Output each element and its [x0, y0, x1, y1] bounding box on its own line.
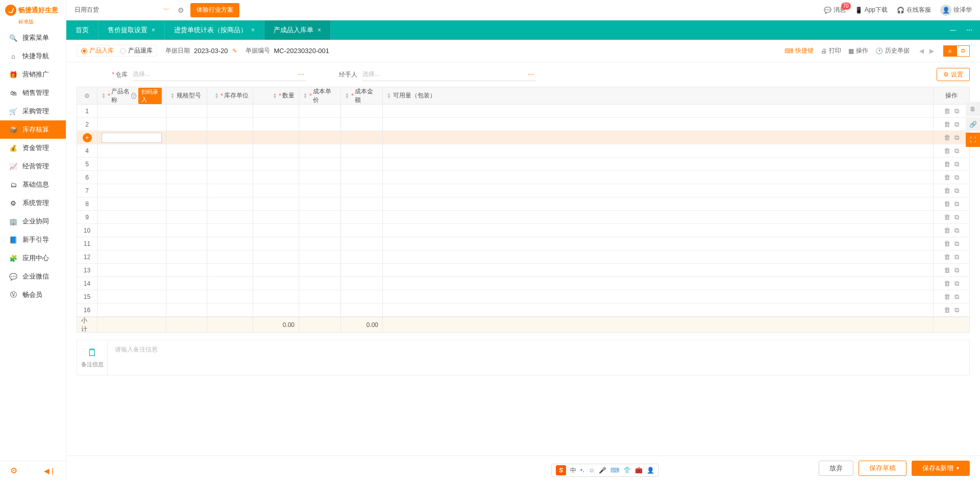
tabs-menu-button[interactable]: ⋯ — [962, 20, 977, 40]
col-unit[interactable]: ▲▼*库存单位 — [207, 87, 253, 104]
warehouse-select[interactable]: 选择... ⋯ — [133, 68, 306, 81]
cell-product-name[interactable] — [97, 197, 166, 210]
table-row[interactable]: 8🗑⧉ — [77, 197, 969, 211]
delete-row-icon[interactable]: 🗑 — [944, 293, 950, 301]
cell-qty[interactable] — [253, 105, 299, 117]
cell-spec[interactable] — [166, 211, 207, 223]
cell-product-name[interactable] — [97, 184, 166, 197]
cell-unit[interactable] — [207, 158, 253, 170]
ellipsis-icon[interactable]: ⋯ — [528, 71, 534, 78]
cell-spec[interactable] — [166, 184, 207, 197]
cell-unit[interactable] — [207, 144, 253, 157]
next-doc-button[interactable]: ▶ — [927, 45, 936, 57]
cell-qty[interactable] — [253, 211, 299, 223]
cell-amount[interactable] — [341, 224, 383, 237]
cell-qty[interactable] — [253, 250, 299, 263]
messages-link[interactable]: 💬 消息 70 — [824, 6, 846, 14]
float-doc-icon[interactable]: 🗎 — [966, 102, 980, 116]
cell-amount[interactable] — [341, 171, 383, 184]
delete-row-icon[interactable]: 🗑 — [944, 107, 950, 115]
close-icon[interactable]: × — [317, 27, 321, 34]
cell-price[interactable] — [299, 131, 341, 144]
cell-price[interactable] — [299, 224, 341, 237]
cell-product-name[interactable] — [97, 158, 166, 170]
cell-price[interactable] — [299, 105, 341, 117]
copy-row-icon[interactable]: ⧉ — [954, 266, 959, 274]
delete-row-icon[interactable]: 🗑 — [944, 240, 950, 248]
copy-row-icon[interactable]: ⧉ — [954, 120, 959, 129]
table-row[interactable]: 9🗑⧉ — [77, 211, 969, 224]
cell-product-name[interactable] — [97, 304, 166, 316]
cell-qty[interactable] — [253, 224, 299, 237]
delete-row-icon[interactable]: 🗑 — [944, 134, 950, 142]
table-row[interactable]: 14🗑⧉ — [77, 277, 969, 290]
table-row[interactable]: 2🗑⧉ — [77, 118, 969, 131]
cell-amount[interactable] — [341, 250, 383, 263]
cell-spec[interactable] — [166, 171, 207, 184]
cell-product-name[interactable] — [97, 237, 166, 250]
discard-button[interactable]: 放弃 — [819, 461, 853, 476]
operate-link[interactable]: ▦ 操作 — [848, 46, 868, 55]
copy-row-icon[interactable]: ⧉ — [954, 134, 959, 142]
cell-price[interactable] — [299, 171, 341, 184]
cell-price[interactable] — [299, 197, 341, 210]
gear-icon[interactable]: ⚙ — [178, 6, 184, 14]
copy-row-icon[interactable]: ⧉ — [954, 293, 959, 301]
cell-spec[interactable] — [166, 304, 207, 316]
add-row-icon[interactable]: + — [83, 133, 92, 142]
view-card-button[interactable]: ⧉ — [957, 45, 970, 57]
copy-row-icon[interactable]: ⧉ — [954, 160, 959, 168]
copy-row-icon[interactable]: ⧉ — [954, 306, 959, 314]
cell-amount[interactable] — [341, 197, 383, 210]
product-name-input[interactable] — [102, 133, 162, 143]
collapse-icon[interactable]: ◀❘ — [44, 467, 56, 475]
sidebar-item-8[interactable]: 🗂基础信息 — [0, 175, 66, 194]
sidebar-item-1[interactable]: ⌂快捷导航 — [0, 47, 66, 65]
sidebar-item-14[interactable]: Ⓥ畅会员 — [0, 286, 66, 304]
online-service-link[interactable]: 🎧 在线客服 — [897, 6, 931, 14]
radio-product-out[interactable]: 产品退库 — [120, 46, 153, 55]
delete-row-icon[interactable]: 🗑 — [944, 306, 950, 314]
sidebar-item-3[interactable]: 🛍销售管理 — [0, 84, 66, 102]
cell-qty[interactable] — [253, 290, 299, 303]
remarks-input[interactable]: 请输入备注信息 — [108, 340, 969, 375]
copy-row-icon[interactable]: ⧉ — [954, 213, 959, 221]
cell-qty[interactable] — [253, 144, 299, 157]
date-value[interactable]: 2023-03-20 — [194, 47, 228, 55]
copy-row-icon[interactable]: ⧉ — [954, 200, 959, 208]
delete-row-icon[interactable]: 🗑 — [944, 173, 950, 182]
cell-price[interactable] — [299, 290, 341, 303]
print-link[interactable]: 🖨 打印 — [821, 46, 841, 55]
scan-entry-badge[interactable]: 扫码录入 — [138, 88, 162, 104]
close-icon[interactable]: × — [152, 27, 155, 34]
brand-logo[interactable]: 畅捷通好生意 — [0, 0, 66, 20]
cell-spec[interactable] — [166, 264, 207, 276]
tabs-minimize-button[interactable]: — — [945, 20, 961, 40]
col-available[interactable]: ▲▼可用量（包装） — [383, 87, 934, 104]
cell-product-name[interactable] — [97, 290, 166, 303]
cell-amount[interactable] — [341, 118, 383, 131]
cell-spec[interactable] — [166, 290, 207, 303]
shortcut-link[interactable]: ⌨ 快捷键 — [785, 46, 814, 55]
cell-unit[interactable] — [207, 224, 253, 237]
cell-spec[interactable] — [166, 197, 207, 210]
copy-row-icon[interactable]: ⧉ — [954, 187, 959, 195]
table-row[interactable]: 15🗑⧉ — [77, 290, 969, 304]
prev-doc-button[interactable]: ◀ — [917, 45, 926, 57]
cell-unit[interactable] — [207, 105, 253, 117]
table-row[interactable]: 12🗑⧉ — [77, 250, 969, 264]
delete-row-icon[interactable]: 🗑 — [944, 213, 950, 221]
copy-row-icon[interactable]: ⧉ — [954, 226, 959, 235]
sidebar-item-9[interactable]: ⚙系统管理 — [0, 194, 66, 212]
cell-product-name[interactable] — [97, 224, 166, 237]
cell-product-name[interactable] — [97, 171, 166, 184]
sidebar-item-5[interactable]: 📦库存核算 — [0, 120, 66, 139]
delete-row-icon[interactable]: 🗑 — [944, 253, 950, 261]
user-menu[interactable]: 👤 徐泽华 — [940, 5, 972, 16]
cell-amount[interactable] — [341, 290, 383, 303]
delete-row-icon[interactable]: 🗑 — [944, 120, 950, 129]
float-link-icon[interactable]: 🔗 — [966, 117, 980, 132]
tab-1[interactable]: 售价提取设置× — [99, 20, 165, 40]
col-price[interactable]: ▲▼*成本单价 — [299, 87, 341, 104]
cell-amount[interactable] — [341, 105, 383, 117]
